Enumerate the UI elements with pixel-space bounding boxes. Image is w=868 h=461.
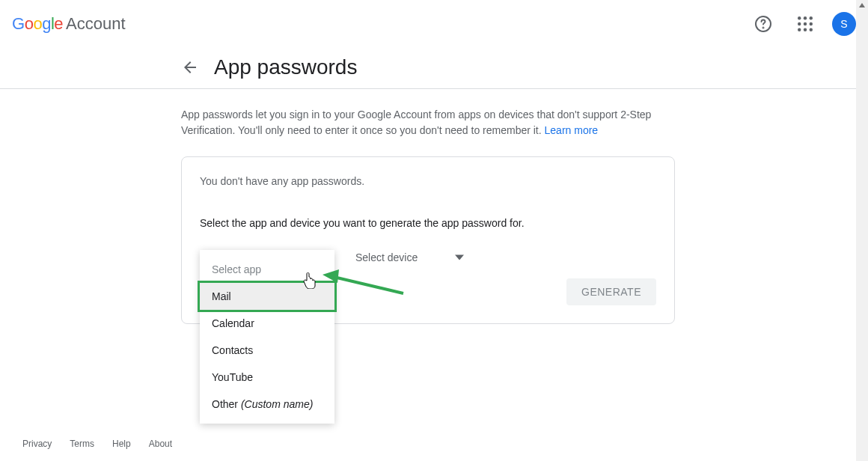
dropdown-item-mail[interactable]: Mail [198, 281, 337, 312]
select-device-dropdown[interactable]: Select device [355, 244, 464, 271]
dropdown-item-other[interactable]: Other (Custom name) [200, 391, 334, 418]
svg-point-7 [810, 22, 813, 25]
select-prompt-text: Select the app and device you want to ge… [200, 217, 656, 229]
dropdown-item-youtube[interactable]: YouTube [200, 364, 334, 391]
svg-line-11 [334, 277, 403, 293]
footer-about-link[interactable]: About [149, 439, 172, 449]
svg-point-5 [798, 22, 801, 25]
page-description: App passwords let you sign in to your Go… [181, 107, 667, 138]
svg-point-3 [804, 16, 807, 19]
apps-grid-icon[interactable] [790, 9, 820, 39]
svg-point-1 [763, 28, 764, 28]
help-icon[interactable] [748, 9, 778, 39]
scroll-up-icon[interactable] [858, 1, 866, 9]
select-app-dropdown-menu: Select app Mail Calendar Contacts YouTub… [200, 250, 334, 424]
avatar-letter: S [840, 18, 847, 30]
dropdown-select-app-label: Select app [200, 256, 334, 283]
select-device-label: Select device [355, 251, 418, 263]
scrollbar-track[interactable] [856, 0, 868, 461]
dropdown-item-calendar[interactable]: Calendar [200, 310, 334, 337]
footer-privacy-link[interactable]: Privacy [22, 439, 52, 449]
page-title: App passwords [214, 55, 357, 79]
svg-point-8 [798, 28, 801, 31]
avatar[interactable]: S [832, 12, 856, 36]
svg-point-6 [804, 22, 807, 25]
no-passwords-text: You don't have any app passwords. [200, 175, 656, 187]
header-actions: S [748, 9, 856, 39]
svg-point-9 [804, 28, 807, 31]
footer-terms-link[interactable]: Terms [70, 439, 94, 449]
svg-point-2 [798, 16, 801, 19]
google-logo: Google [12, 14, 63, 34]
chevron-down-icon [455, 253, 464, 262]
dropdown-item-contacts[interactable]: Contacts [200, 337, 334, 364]
google-account-logo[interactable]: Google Account [12, 14, 126, 34]
svg-point-10 [810, 28, 813, 31]
back-button[interactable] [181, 58, 199, 76]
main-content: App passwords App passwords let you sign… [181, 48, 675, 324]
footer-help-link[interactable]: Help [112, 439, 131, 449]
svg-point-4 [810, 16, 813, 19]
header: Google Account S [0, 0, 868, 48]
learn-more-link[interactable]: Learn more [545, 124, 599, 136]
account-label: Account [66, 14, 126, 34]
footer: Privacy Terms Help About [22, 439, 172, 449]
app-passwords-panel: You don't have any app passwords. Select… [181, 156, 675, 324]
generate-button[interactable]: GENERATE [566, 278, 656, 305]
divider [0, 88, 868, 89]
title-row: App passwords [181, 55, 675, 79]
